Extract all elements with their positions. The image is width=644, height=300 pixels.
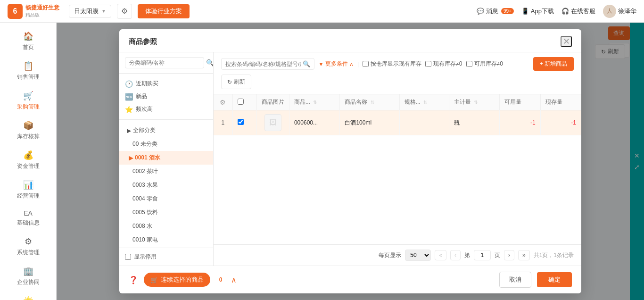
sidebar-item-sales[interactable]: 📋 销售管理 bbox=[0, 56, 56, 86]
app-icon: 📱 bbox=[521, 8, 529, 15]
checkbox-stock[interactable]: 现有库存≠0 bbox=[425, 60, 462, 68]
cat-00[interactable]: 00 未分类 bbox=[119, 137, 213, 151]
cat-0001[interactable]: ▶ 0001 酒水 bbox=[119, 151, 213, 165]
table-row[interactable]: 1 🖼 bbox=[214, 110, 581, 135]
search-icon[interactable]: 🔍 bbox=[303, 60, 310, 67]
cat-all-label: 全部分类 bbox=[133, 126, 156, 134]
prev-page-button[interactable]: ‹ bbox=[450, 250, 461, 260]
refresh-button[interactable]: ↻ 刷新 bbox=[221, 75, 251, 89]
page-number-input[interactable] bbox=[474, 250, 491, 260]
home-icon: 🏠 bbox=[23, 31, 33, 42]
help-icon[interactable]: ❓ bbox=[129, 275, 138, 284]
cat-0004-label: 0004 零食 bbox=[132, 195, 158, 203]
checkbox-warehouse[interactable]: 按仓库显示现有库存 bbox=[363, 60, 421, 68]
confirm-button[interactable]: 确定 bbox=[537, 272, 572, 287]
cat-0001-label: 0001 酒水 bbox=[135, 154, 160, 162]
stock-checkbox[interactable] bbox=[425, 61, 431, 67]
cat-0003[interactable]: 0003 水果 bbox=[119, 178, 213, 192]
first-page-button[interactable]: « bbox=[435, 250, 446, 260]
available-checkbox[interactable] bbox=[466, 61, 472, 67]
page-size-select[interactable]: 50 100 200 bbox=[405, 250, 431, 261]
sidebar-item-finance[interactable]: 💰 资金管理 bbox=[0, 145, 56, 175]
message-label: 消息 bbox=[486, 7, 498, 16]
cart-button[interactable]: 🛒 连续选择的商品 bbox=[144, 273, 210, 287]
user-area[interactable]: 人 徐泽华 bbox=[603, 5, 636, 18]
col-settings-icon[interactable]: ⚙ bbox=[220, 99, 226, 106]
shortcut-new[interactable]: 🆕 新品 bbox=[125, 90, 207, 103]
modal-close-button[interactable]: ✕ bbox=[561, 36, 572, 47]
table-panel: 🔍 ▼ 更多条件 ∧ | 按仓库显示现有库存 bbox=[214, 52, 581, 266]
cat-search-input[interactable] bbox=[125, 57, 204, 68]
cat-all[interactable]: ▶ 全部分类 bbox=[119, 124, 213, 137]
shortcut-frequent[interactable]: ⭐ 频次高 bbox=[125, 103, 207, 116]
shortcut-recent-label: 近期购买 bbox=[136, 80, 158, 88]
cat-0003-label: 0003 水果 bbox=[132, 181, 158, 189]
col-available-header[interactable]: 可用量 bbox=[500, 94, 540, 110]
cell-checkbox bbox=[232, 110, 256, 135]
cat-search-button[interactable]: 🔍 bbox=[206, 59, 214, 67]
sidebar-item-enterprise[interactable]: 🏢 企业协同 bbox=[0, 261, 56, 291]
col-unit-header[interactable]: 主计量 ⇅ bbox=[449, 94, 500, 110]
recent-icon: 🕐 bbox=[125, 80, 133, 88]
last-page-button[interactable]: » bbox=[518, 250, 530, 260]
sidebar-item-purchase[interactable]: 🛒 采购管理 bbox=[0, 86, 56, 116]
filter-icon: ▼ bbox=[318, 61, 324, 67]
action-button[interactable]: 体验行业方案 bbox=[138, 4, 190, 18]
cell-unit: 瓶 bbox=[449, 110, 500, 135]
sidebar-item-basic[interactable]: EA 基础信息 bbox=[0, 205, 56, 232]
cat-0004[interactable]: 0004 零食 bbox=[119, 192, 213, 206]
warehouse-checkbox[interactable] bbox=[363, 61, 369, 67]
page-size-label: 每页显示 bbox=[379, 251, 401, 259]
app-download-btn[interactable]: 📱 App下载 bbox=[521, 7, 554, 16]
sales-icon: 📋 bbox=[23, 61, 33, 71]
cart-icon: 🛒 bbox=[150, 276, 158, 283]
cat-0008[interactable]: 0008 水 bbox=[119, 219, 213, 233]
operation-icon: 📊 bbox=[23, 180, 33, 190]
message-badge: 99+ bbox=[501, 8, 514, 14]
cat-0010[interactable]: 0010 家电 bbox=[119, 233, 213, 247]
next-page-button[interactable]: › bbox=[504, 250, 514, 260]
sidebar-item-label-inventory: 库存核算 bbox=[17, 133, 40, 141]
enterprise-icon: 🏢 bbox=[23, 266, 33, 276]
cat-search-area: 🔍 « bbox=[119, 52, 213, 74]
basic-icon: EA bbox=[24, 209, 33, 217]
show-disabled-checkbox[interactable] bbox=[125, 254, 131, 260]
selector-arrow-icon: ▼ bbox=[101, 8, 106, 14]
finance-icon: 💰 bbox=[23, 150, 33, 160]
sidebar-item-inventory[interactable]: 📦 库存核算 bbox=[0, 116, 56, 145]
col-code-header[interactable]: 商品... ⇅ bbox=[289, 94, 340, 110]
product-table: ⚙ 商品图片 bbox=[214, 94, 581, 135]
cat-0005[interactable]: 0005 饮料 bbox=[119, 206, 213, 219]
table-toolbar: 🔍 ▼ 更多条件 ∧ | 按仓库显示现有库存 bbox=[214, 52, 581, 94]
add-product-button[interactable]: + 新增商品 bbox=[533, 57, 574, 71]
shortcut-recent[interactable]: 🕐 近期购买 bbox=[125, 77, 207, 90]
sidebar-item-home[interactable]: 🏠 首页 bbox=[0, 26, 56, 56]
checkbox-stock-label: 现有库存≠0 bbox=[433, 60, 462, 68]
cat-0002[interactable]: 0002 茶叶 bbox=[119, 165, 213, 178]
col-spec-header[interactable]: 规格... ⇅ bbox=[399, 94, 449, 110]
sidebar-item-system[interactable]: ⚙ 系统管理 bbox=[0, 232, 56, 261]
select-all-checkbox[interactable] bbox=[238, 99, 244, 105]
sidebar-item-operation[interactable]: 📊 经营管理 bbox=[0, 175, 56, 205]
sidebar-item-guide[interactable]: 🌟 新手引导 bbox=[0, 291, 56, 300]
new-icon: 🆕 bbox=[125, 93, 133, 100]
collapse-icon[interactable]: ∧ bbox=[231, 275, 237, 284]
message-btn[interactable]: 💬 消息 99+ bbox=[477, 7, 514, 16]
cancel-button[interactable]: 取消 bbox=[499, 272, 531, 288]
show-disabled-label[interactable]: 显示停用 bbox=[134, 253, 157, 261]
sidebar-item-label-system: 系统管理 bbox=[17, 249, 40, 257]
search-input[interactable] bbox=[225, 61, 301, 67]
selector[interactable]: 日太阳膜 ▼ bbox=[69, 5, 111, 18]
row-checkbox[interactable] bbox=[238, 119, 244, 125]
pagination-bar: 每页显示 50 100 200 « ‹ 第 页 › bbox=[214, 244, 581, 266]
cat-shortcuts: 🕐 近期购买 🆕 新品 ⭐ 频次高 bbox=[119, 74, 213, 120]
cell-stock: -1 bbox=[540, 110, 581, 135]
checkbox-available[interactable]: 可用库存≠0 bbox=[466, 60, 503, 68]
guide-icon: 🌟 bbox=[23, 296, 33, 300]
filter-button[interactable]: ▼ 更多条件 ∧ bbox=[318, 60, 354, 68]
gear-button[interactable]: ⚙ bbox=[117, 4, 132, 19]
col-stock-header[interactable]: 现存量 bbox=[540, 94, 581, 110]
service-btn[interactable]: 🎧 在线客服 bbox=[561, 7, 595, 16]
col-name-header[interactable]: 商品名称 ⇅ bbox=[340, 94, 399, 110]
filter-label: 更多条件 bbox=[325, 60, 348, 68]
